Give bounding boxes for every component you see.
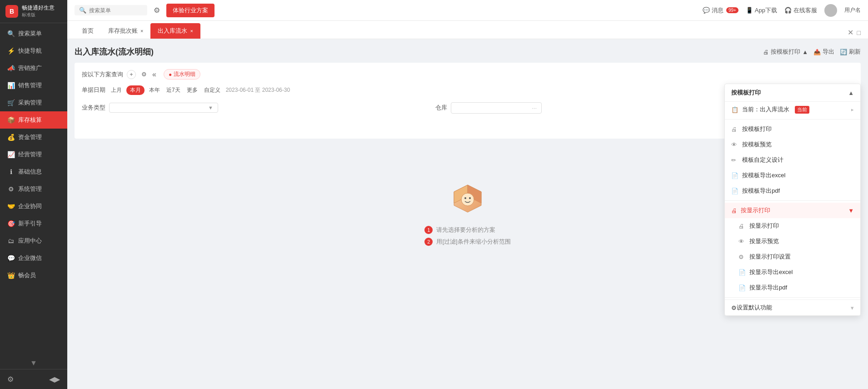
display-print-settings-icon: ⚙ (738, 254, 746, 260)
sidebar-scroll-down[interactable]: ▼ (0, 357, 67, 369)
dropdown-item-display-print[interactable]: 🖨 按显示打印 (725, 218, 860, 234)
avatar[interactable] (824, 4, 837, 17)
flow-detail-tag-label: 流水明细 (174, 70, 195, 78)
template-export-excel-icon: 📄 (731, 172, 738, 179)
dropdown-item-display-preview[interactable]: 👁 按显示预览 (725, 234, 860, 249)
export-btn[interactable]: 📤 导出 (813, 48, 834, 56)
warehouse-select[interactable]: ··· (451, 102, 542, 114)
display-export-pdf-label: 按显示导出pdf (749, 284, 787, 292)
filter-settings-btn[interactable]: ⚙ (140, 70, 149, 79)
dropdown-item-template-export-excel[interactable]: 📄 按模板导出excel (725, 168, 860, 183)
topbar-search-box[interactable]: 🔍 (75, 5, 147, 15)
sidebar-item-operations[interactable]: 📈 经营管理 (0, 146, 67, 163)
display-section-title: 按显示打印 (741, 206, 770, 214)
dropdown-item-display-export-pdf[interactable]: 📄 按显示导出pdf (725, 280, 860, 295)
business-type-select[interactable]: ▼ (109, 103, 218, 113)
collapse-sidebar-icon[interactable]: ◀▶ (49, 375, 60, 384)
step-2-text: 用[过滤]条件来缩小分析范围 (436, 236, 510, 248)
date-opt-last-month[interactable]: 上月 (109, 85, 124, 95)
marketing-icon: 📣 (7, 65, 15, 72)
current-item-label: 当前：出入库流水 (742, 105, 789, 114)
sidebar-item-label: 系统管理 (18, 185, 42, 193)
divider-3 (725, 297, 860, 298)
trial-btn[interactable]: 体验行业方案 (166, 4, 215, 17)
app-center-icon: 🗂 (7, 237, 15, 244)
tab-inventory-batch[interactable]: 库存批次账 × (101, 23, 150, 39)
print-icon: 🖨 (763, 49, 769, 55)
sidebar-item-sales[interactable]: 📊 销售管理 (0, 77, 67, 94)
dropdown-current-item[interactable]: 📋 当前：出入库流水 当前 ▸ (725, 102, 860, 117)
template-print-btn[interactable]: 🖨 按模板打印 ▲ (763, 48, 808, 56)
filter-collapse-left-btn[interactable]: « (152, 70, 156, 79)
display-section-icon: 🖨 (731, 207, 737, 214)
close-window-btn[interactable]: ✕ (848, 28, 853, 37)
warehouse-more-icon[interactable]: ··· (532, 105, 537, 111)
step-num-2: 2 (424, 238, 433, 246)
sidebar-item-purchase[interactable]: 🛒 采购管理 (0, 94, 67, 111)
search-menu-icon: 🔍 (7, 30, 15, 37)
template-print-chevron-up: ▲ (802, 49, 808, 55)
dropdown-item-display-export-excel[interactable]: 📄 按显示导出excel (725, 264, 860, 280)
filter-section-label: 按以下方案查询 + ⚙ « (82, 70, 156, 79)
sidebar-item-search-menu[interactable]: 🔍 搜索菜单 (0, 25, 67, 42)
sidebar-item-quick-nav[interactable]: ⚡ 快捷导航 (0, 42, 67, 60)
sidebar-item-enterprise-collab[interactable]: 🤝 企业协同 (0, 198, 67, 215)
settings-gear-icon[interactable]: ⚙ (154, 6, 160, 15)
date-opt-7days[interactable]: 近7天 (165, 85, 182, 95)
dropdown-panel-collapse-btn[interactable]: ▲ (848, 90, 854, 96)
step-1-text: 请先选择要分析的方案 (436, 224, 495, 236)
dropdown-item-template-print[interactable]: 🖨 按模板打印 (725, 121, 860, 137)
sidebar-item-finance[interactable]: 💰 资金管理 (0, 129, 67, 146)
system-icon: ⚙ (7, 185, 15, 193)
dropdown-item-display-print-settings[interactable]: ⚙ 按显示打印设置 (725, 249, 860, 264)
close-inventory-flow-tab[interactable]: × (190, 28, 193, 34)
sidebar-item-member[interactable]: 👑 畅会员 (0, 267, 67, 284)
filter-add-btn[interactable]: + (127, 70, 136, 79)
flow-detail-tag-icon: ● (169, 71, 172, 78)
flow-detail-tag[interactable]: ● 流水明细 (164, 69, 200, 80)
tab-inventory-flow[interactable]: 出入库流水 × (150, 23, 200, 39)
date-opt-custom[interactable]: 自定义 (202, 85, 222, 95)
display-sub-items: 🖨 按显示打印 👁 按显示预览 ⚙ 按显示打印设置 📄 按显示导出excel 📄 (725, 218, 860, 295)
date-opt-more[interactable]: 更多 (185, 85, 200, 95)
dropdown-item-template-custom[interactable]: ✏ 模板自定义设计 (725, 152, 860, 168)
close-inventory-batch-tab[interactable]: × (140, 28, 143, 34)
app-download-btn[interactable]: 📱 App下载 (746, 6, 777, 15)
sidebar-item-system[interactable]: ⚙ 系统管理 (0, 180, 67, 198)
topbar-right: 💬 消息 99+ 📱 App下载 🎧 在线客服 用户名 (703, 4, 861, 17)
tab-home[interactable]: 首页 (75, 23, 101, 39)
display-print-settings-label: 按显示打印设置 (749, 253, 791, 261)
settings-footer-icon[interactable]: ⚙ (7, 375, 14, 384)
dropdown-item-template-preview[interactable]: 👁 按模板预览 (725, 137, 860, 152)
sidebar-item-label: 资金管理 (18, 133, 42, 141)
sidebar-item-marketing[interactable]: 📣 营销推广 (0, 60, 67, 77)
date-opt-this-year[interactable]: 本年 (147, 85, 162, 95)
user-name[interactable]: 用户名 (844, 6, 861, 14)
display-section-header[interactable]: 🖨 按显示打印 ▼ (725, 203, 860, 218)
sidebar-item-base-info[interactable]: ℹ 基础信息 (0, 163, 67, 180)
sidebar-item-inventory[interactable]: 📦 库存核算 (0, 111, 67, 129)
app-logo: B 畅捷通好生意 标准版 (0, 0, 67, 23)
warehouse-label: 仓库 (435, 104, 447, 112)
step-num-1: 1 (424, 226, 433, 234)
template-custom-icon: ✏ (731, 157, 738, 164)
maximize-window-btn[interactable]: □ (857, 29, 861, 36)
search-input[interactable] (89, 7, 135, 14)
sidebar-item-beginner-guide[interactable]: 🎯 新手引导 (0, 215, 67, 232)
dropdown-item-template-export-pdf[interactable]: 📄 按模板导出pdf (725, 183, 860, 199)
dropdown-panel-footer[interactable]: ⚙ 设置默认功能 ▾ (725, 299, 860, 315)
empty-step-2: 2 用[过滤]条件来缩小分析范围 (424, 236, 510, 248)
message-btn[interactable]: 💬 消息 99+ (703, 6, 738, 15)
divider-2 (725, 200, 860, 201)
empty-step-1: 1 请先选择要分析的方案 (424, 224, 510, 236)
date-opt-this-month[interactable]: 本月 (126, 85, 145, 95)
inventory-icon: 📦 (7, 116, 15, 124)
refresh-btn[interactable]: 🔄 刷新 (840, 48, 861, 56)
empty-state-illustration (445, 171, 490, 217)
template-print-label: 按模板打印 (771, 48, 800, 56)
sidebar-item-app-center[interactable]: 🗂 应用中心 (0, 232, 67, 249)
sidebar-item-enterprise-wechat[interactable]: 💬 企业微信 (0, 249, 67, 267)
current-item-arrow: ▸ (851, 107, 854, 113)
online-service-btn[interactable]: 🎧 在线客服 (784, 6, 817, 15)
template-print-item-label: 按模板打印 (742, 125, 772, 133)
